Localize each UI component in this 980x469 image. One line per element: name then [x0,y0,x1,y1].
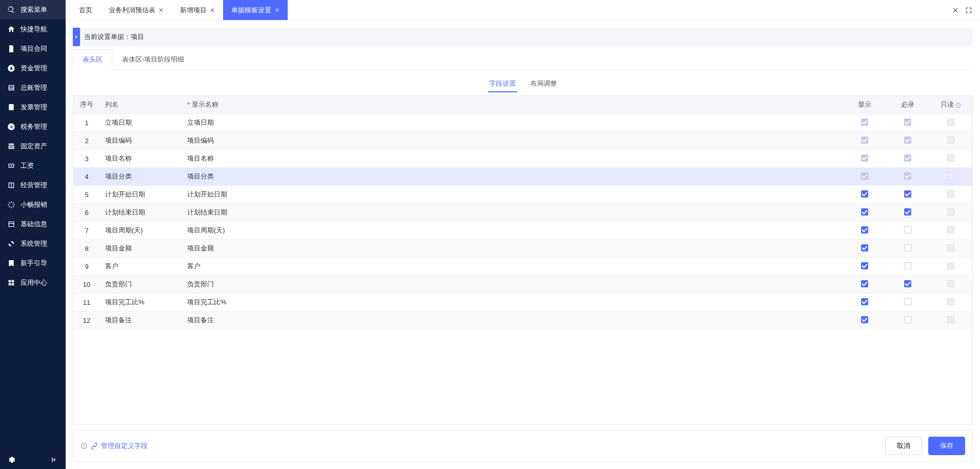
table-row[interactable]: 4项目分类项目分类 [73,168,972,186]
help-icon[interactable]: ? [955,102,961,108]
save-button[interactable]: 保存 [928,437,965,455]
cell-display[interactable]: 项目完工比% [182,294,843,311]
sidebar-item-home[interactable]: 快捷导航 [0,19,66,39]
cell-seq: 7 [73,222,100,240]
sidebar-item-money[interactable]: 资金管理 [0,58,66,78]
table-row[interactable]: 1立项日期立项日期 [73,114,972,132]
cell-req [886,276,929,294]
table-row[interactable]: 12项目备注项目备注 [73,311,972,329]
footer: ? 管理自定义字段 取消 保存 [73,430,973,462]
show-checkbox[interactable] [861,298,868,305]
table-row[interactable]: 10负责部门负责部门 [73,276,972,294]
tab[interactable]: 单据模板设置✕ [223,0,288,20]
tab[interactable]: 首页 [71,0,101,20]
show-checkbox[interactable] [861,244,868,251]
handle-icon[interactable] [73,28,80,46]
close-icon[interactable]: ✕ [158,7,164,14]
cell-ro [929,114,972,132]
sidebar-item-ledger[interactable]: 总账管理 [0,78,66,97]
readonly-checkbox [947,154,954,162]
required-checkbox[interactable] [904,280,911,287]
cell-display[interactable]: 计划结束日期 [182,204,843,222]
cell-display[interactable]: 客户 [182,258,843,276]
cell-display[interactable]: 项目分类 [182,168,843,186]
sidebar-item-app[interactable]: 应用中心 [0,273,66,292]
inner-tab[interactable]: 布局调整 [529,76,558,92]
table-row[interactable]: 2项目编码项目编码 [73,132,972,150]
table-row[interactable]: 6计划结束日期计划结束日期 [73,204,972,222]
table-wrap: 序号 列名 *显示名称 显示 必录 只读? 1立项日期立项日期2项目编码项目编码… [73,95,973,425]
required-checkbox[interactable] [904,316,911,323]
cell-display[interactable]: 立项日期 [182,114,843,132]
readonly-checkbox [947,136,954,144]
required-checkbox[interactable] [904,262,911,269]
custom-field-link[interactable]: 管理自定义字段 [101,441,148,451]
table-row[interactable]: 11项目完工比%项目完工比% [73,294,972,311]
show-checkbox[interactable] [861,190,868,198]
required-checkbox[interactable] [904,226,911,233]
cell-req [886,311,929,329]
sidebar-item-label: 经营管理 [21,181,47,190]
cell-seq: 12 [73,311,100,329]
required-checkbox[interactable] [904,208,911,216]
sidebar-item-tax[interactable]: 税务管理 [0,117,66,136]
sub-tab[interactable]: 表体区-项目阶段明细 [112,49,194,69]
col-name: 列名 [100,96,182,114]
sidebar-item-invoice[interactable]: 发票管理 [0,97,66,117]
tab[interactable]: 新增项目✕ [172,0,223,20]
cell-ro [929,294,972,311]
required-checkbox[interactable] [904,298,911,305]
sidebar-item-doc[interactable]: 项目合同 [0,39,66,58]
table-row[interactable]: 5计划开始日期计划开始日期 [73,186,972,204]
close-icon[interactable]: ✕ [274,7,279,14]
collapse-icon[interactable] [50,456,58,464]
gear-icon[interactable] [7,456,15,464]
help-icon[interactable]: ? [81,442,88,450]
cell-ro [929,132,972,150]
inner-tab[interactable]: 字段设置 [488,76,517,92]
sidebar-item-label: 项目合同 [21,44,47,53]
fullscreen-icon[interactable] [965,6,973,14]
cell-name: 项目编码 [100,132,182,150]
doc-icon [7,45,15,53]
cell-seq: 5 [73,186,100,204]
show-checkbox[interactable] [861,316,868,323]
spin-icon [7,201,15,209]
close-icon[interactable]: ✕ [210,7,215,14]
table-row[interactable]: 9客户客户 [73,258,972,276]
cell-name: 项目完工比% [100,294,182,311]
sidebar-item-info[interactable]: 基础信息 [0,214,66,234]
cell-ro [929,186,972,204]
sub-tab[interactable]: 表头区 [73,49,112,70]
cell-display[interactable]: 项目周期(天) [182,222,843,240]
sidebar-item-asset[interactable]: 固定资产 [0,136,66,156]
sidebar-item-biz[interactable]: 经营管理 [0,175,66,195]
sidebar-item-spin[interactable]: 小畅报销 [0,195,66,214]
cell-display[interactable]: 项目金额 [182,240,843,258]
sidebar-item-guide[interactable]: 新手引导 [0,253,66,273]
cell-display[interactable]: 计划开始日期 [182,186,843,204]
show-checkbox[interactable] [861,208,868,216]
sidebar-item-label: 新手引导 [21,259,47,268]
salary-icon [7,162,15,170]
sidebar-item-salary[interactable]: 工资 [0,156,66,175]
cancel-button[interactable]: 取消 [885,437,922,455]
cell-display[interactable]: 负责部门 [182,276,843,294]
required-checkbox[interactable] [904,190,911,198]
show-checkbox[interactable] [861,280,868,287]
show-checkbox[interactable] [861,226,868,233]
table-row[interactable]: 8项目金额项目金额 [73,240,972,258]
table-row[interactable]: 7项目周期(天)项目周期(天) [73,222,972,240]
cell-display[interactable]: 项目名称 [182,150,843,168]
cell-display[interactable]: 项目编码 [182,132,843,150]
show-checkbox[interactable] [861,262,868,269]
tab[interactable]: 业务利润预估表✕ [101,0,172,20]
required-checkbox[interactable] [904,244,911,251]
close-all-icon[interactable] [951,6,959,14]
cell-show [843,294,886,311]
sidebar-item-search[interactable]: 搜索菜单 [0,0,66,19]
sidebar-item-label: 工资 [21,161,34,170]
sidebar-item-sys[interactable]: 系统管理 [0,234,66,253]
cell-display[interactable]: 项目备注 [182,311,843,329]
table-row[interactable]: 3项目名称项目名称 [73,150,972,168]
